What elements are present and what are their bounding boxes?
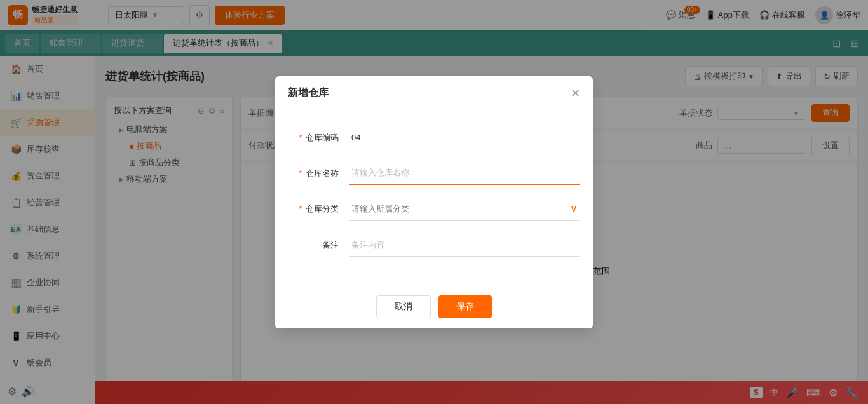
modal-header: 新增仓库 ✕: [275, 76, 593, 111]
category-dropdown-icon[interactable]: ∨: [567, 203, 580, 215]
form-row-code: * 仓库编码: [288, 126, 580, 149]
form-row-category: * 仓库分类 ∨: [288, 198, 580, 221]
modal-overlay: 新增仓库 ✕ * 仓库编码 * 仓库名称: [0, 0, 868, 404]
category-input[interactable]: [349, 198, 567, 220]
category-label: * 仓库分类: [288, 203, 339, 215]
new-warehouse-modal: 新增仓库 ✕ * 仓库编码 * 仓库名称: [275, 76, 593, 328]
category-select[interactable]: ∨: [349, 198, 580, 221]
modal-footer: 取消 保存: [275, 285, 593, 328]
modal-close-icon[interactable]: ✕: [571, 86, 580, 100]
save-button[interactable]: 保存: [438, 295, 492, 318]
note-label: 备注: [288, 239, 339, 251]
code-label: * 仓库编码: [288, 132, 339, 144]
warehouse-note-input[interactable]: [349, 234, 580, 257]
modal-title: 新增仓库: [288, 86, 329, 100]
warehouse-name-input[interactable]: [349, 162, 580, 185]
form-row-note: 备注: [288, 234, 580, 257]
form-row-name: * 仓库名称: [288, 162, 580, 185]
name-label: * 仓库名称: [288, 168, 339, 179]
modal-body: * 仓库编码 * 仓库名称 * 仓库分类: [275, 111, 593, 285]
warehouse-code-input[interactable]: [349, 126, 580, 149]
cancel-button[interactable]: 取消: [376, 295, 431, 318]
